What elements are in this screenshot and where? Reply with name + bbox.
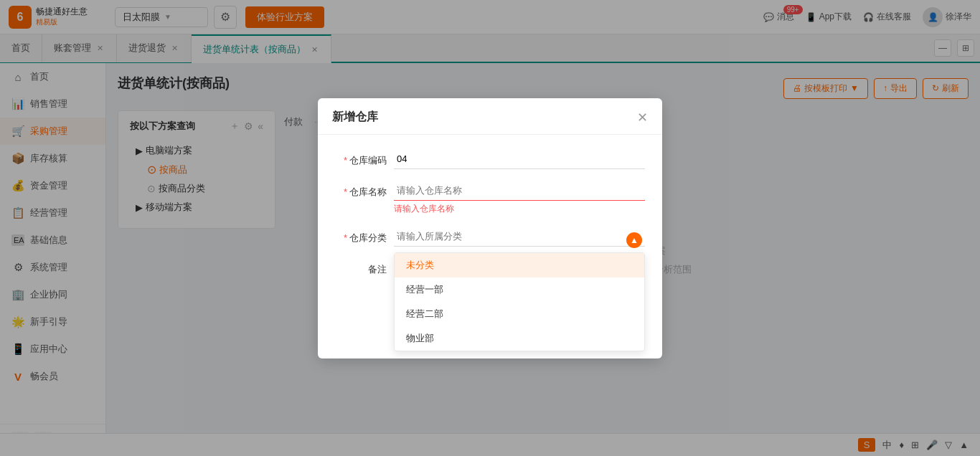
dropdown-item-property[interactable]: 物业部 (395, 326, 644, 351)
field-name-row: 仓库名称 请输入仓库名称 (335, 181, 645, 215)
name-input[interactable] (394, 181, 645, 201)
dialog-close-button[interactable]: ✕ (637, 110, 648, 125)
dialog-title: 新增仓库 (332, 110, 378, 125)
category-select-wrap: ▲ 未分类 经营一部 经营二部 物业部 (394, 227, 645, 247)
dropdown-item-uncategorized[interactable]: 未分类 (395, 253, 644, 277)
modal-overlay: 新增仓库 ✕ 仓库编码 仓库名称 请输入仓库名称 仓库分类 (0, 0, 980, 456)
dropdown-item-dept2[interactable]: 经营二部 (395, 302, 644, 326)
category-label: 仓库分类 (335, 227, 387, 244)
name-error-tip: 请输入仓库名称 (394, 203, 645, 215)
field-category-row: 仓库分类 ▲ 未分类 经营一部 经营二部 物业部 (335, 227, 645, 247)
dialog-new-warehouse: 新增仓库 ✕ 仓库编码 仓库名称 请输入仓库名称 仓库分类 (318, 98, 662, 358)
dialog-header: 新增仓库 ✕ (318, 98, 662, 135)
category-dropdown: 未分类 经营一部 经营二部 物业部 (394, 252, 645, 351)
code-input[interactable] (394, 149, 645, 169)
dialog-body: 仓库编码 仓库名称 请输入仓库名称 仓库分类 ▲ (318, 135, 662, 314)
category-input[interactable] (394, 227, 645, 247)
field-code-row: 仓库编码 (335, 149, 645, 169)
name-label: 仓库名称 (335, 181, 387, 199)
note-label: 备注 (335, 258, 387, 276)
dropdown-item-dept1[interactable]: 经营一部 (395, 277, 644, 302)
name-field: 请输入仓库名称 (394, 181, 645, 215)
code-field (394, 149, 645, 169)
code-label: 仓库编码 (335, 149, 387, 167)
category-arrow-icon[interactable]: ▲ (626, 232, 642, 248)
